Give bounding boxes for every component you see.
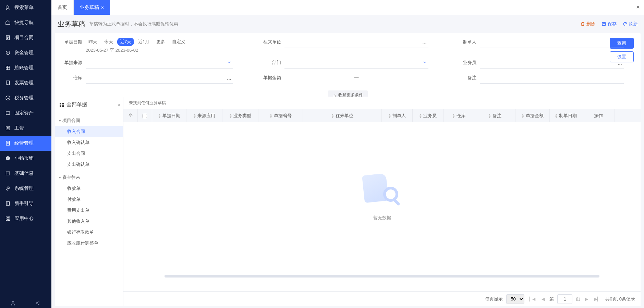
column-header[interactable]: ▲▼业务员: [413, 109, 443, 122]
column-header[interactable]: ▲▼制单日期: [550, 109, 582, 122]
category-item[interactable]: 应收应付调整单: [55, 238, 123, 249]
category-item[interactable]: 收入确认单: [55, 137, 123, 148]
dept-input[interactable]: [284, 58, 428, 69]
tab-close-all[interactable]: ×: [632, 0, 644, 15]
date-chip[interactable]: 昨天: [86, 38, 100, 46]
column-header[interactable]: 操作: [582, 109, 615, 122]
date-chip[interactable]: 更多: [154, 38, 168, 46]
sidebar-item-wage[interactable]: 工资: [0, 121, 51, 136]
sidebar-item-label: 税务管理: [14, 95, 34, 101]
column-header[interactable]: ▲▼来源应用: [186, 109, 222, 122]
column-header[interactable]: ▲▼备注: [474, 109, 515, 122]
refresh-button[interactable]: 刷新: [623, 21, 638, 27]
sidebar-item-business[interactable]: 经营管理: [0, 136, 51, 151]
sidebar-item-label: 经营管理: [14, 140, 34, 146]
per-page-select[interactable]: 50: [506, 294, 524, 304]
select-all-checkbox[interactable]: [138, 109, 152, 122]
sidebar-item-invoice[interactable]: 发票管理: [0, 75, 51, 90]
empty-text: 暂无数据: [123, 215, 641, 221]
horizontal-scrollbar[interactable]: [165, 275, 599, 278]
status-text: 未找到任何业务草稿: [123, 97, 641, 109]
category-item[interactable]: 收入合同: [55, 126, 123, 137]
collapse-left-icon[interactable]: «: [118, 101, 120, 107]
sort-icon[interactable]: ▲▼: [269, 113, 272, 119]
sidebar-item-tax[interactable]: 税务管理: [0, 90, 51, 106]
column-header[interactable]: ▲▼单据金额: [515, 109, 550, 122]
chevron-down-icon[interactable]: [227, 60, 232, 65]
sales-input[interactable]: [480, 58, 624, 69]
sort-icon[interactable]: ▲▼: [229, 113, 232, 119]
sidebar-item-fund[interactable]: 资金管理: [0, 45, 51, 60]
column-header[interactable]: ▲▼业务类型: [222, 109, 258, 122]
sidebar-item-label: 资金管理: [14, 50, 34, 56]
delete-button[interactable]: 删除: [580, 21, 595, 27]
sort-icon[interactable]: ▲▼: [555, 113, 558, 119]
sort-icon[interactable]: ▲▼: [331, 113, 334, 119]
sort-icon[interactable]: ▲▼: [419, 113, 422, 119]
date-chip[interactable]: 今天: [101, 38, 116, 46]
sidebar-item-contract[interactable]: 项目合同: [0, 30, 51, 45]
date-chip[interactable]: 近1月: [135, 38, 152, 46]
column-header[interactable]: ▲▼制单人: [382, 109, 413, 122]
page-last-button[interactable]: ▶▏: [593, 297, 602, 301]
category-item[interactable]: 支出合同: [55, 148, 123, 159]
svg-rect-17: [6, 219, 8, 220]
page-next-button[interactable]: ▶: [584, 297, 590, 301]
category-item[interactable]: 支出确认单: [55, 159, 123, 170]
category-item[interactable]: 付款单: [55, 194, 123, 205]
maker-input[interactable]: [480, 38, 624, 48]
sidebar-item-system[interactable]: 系统管理: [0, 181, 51, 196]
tab-home[interactable]: 首页: [51, 0, 74, 15]
all-bills-label[interactable]: 全部单据: [66, 101, 87, 108]
chevron-down-icon[interactable]: [618, 39, 622, 44]
column-header[interactable]: ▲▼往来单位: [303, 109, 382, 122]
sort-icon[interactable]: ▲▼: [388, 113, 391, 119]
sort-icon[interactable]: ▲▼: [158, 113, 161, 119]
sidebar-item-apps[interactable]: 应用中心: [0, 211, 51, 226]
more-icon[interactable]: …: [422, 40, 427, 45]
remark-input[interactable]: [480, 73, 624, 84]
person-icon[interactable]: [10, 300, 16, 306]
more-icon[interactable]: …: [227, 76, 232, 81]
partner-input[interactable]: [284, 38, 428, 48]
sidebar-item-ledger[interactable]: 总账管理: [0, 60, 51, 75]
date-chip[interactable]: 近7天: [117, 38, 134, 46]
search-icon: [5, 4, 11, 11]
sidebar-item-basic[interactable]: 基础信息: [0, 166, 51, 181]
save-button[interactable]: 保存: [602, 21, 617, 27]
column-header[interactable]: ▲▼仓库: [443, 109, 474, 122]
page-first-button[interactable]: ▏◀: [528, 297, 537, 301]
speaker-icon[interactable]: [36, 300, 41, 306]
category-item[interactable]: 银行存取款单: [55, 227, 123, 238]
sidebar-item-label: 新手引导: [14, 200, 34, 207]
sidebar-item-guide[interactable]: 新手引导: [0, 196, 51, 211]
sort-icon[interactable]: ▲▼: [488, 113, 491, 119]
column-header[interactable]: ▲▼单据日期: [152, 109, 186, 122]
sidebar-item-chang[interactable]: C小畅报销: [0, 151, 51, 166]
category-group[interactable]: ▾项目合同: [55, 115, 123, 126]
sidebar-item-label: 项目合同: [14, 35, 34, 41]
sort-icon[interactable]: ▲▼: [452, 113, 455, 119]
page-prev-button[interactable]: ◀: [540, 297, 546, 301]
date-chip[interactable]: 自定义: [169, 38, 188, 46]
sidebar-item-search[interactable]: 搜索菜单: [0, 0, 51, 15]
column-header[interactable]: ▲▼单据编号: [258, 109, 303, 122]
page-input[interactable]: [557, 294, 572, 304]
sidebar-item-asset[interactable]: 固定资产: [0, 106, 51, 121]
category-group[interactable]: ▾资金往来: [55, 172, 123, 183]
warehouse-input[interactable]: [86, 73, 233, 84]
category-item[interactable]: 其他收入单: [55, 216, 123, 227]
category-item[interactable]: 收款单: [55, 183, 123, 194]
tab-draft[interactable]: 业务草稿 ×: [74, 0, 110, 15]
close-icon[interactable]: ×: [101, 5, 104, 10]
column-settings-button[interactable]: [123, 109, 138, 122]
sidebar-item-home[interactable]: 快捷导航: [0, 15, 51, 30]
sort-icon[interactable]: ▲▼: [521, 113, 524, 119]
pagination: 每页显示 50 ▏◀ ◀ 第 页 ▶ ▶▏ 共0页, 0条记录: [123, 291, 641, 306]
category-item[interactable]: 费用支出单: [55, 205, 123, 216]
sort-icon[interactable]: ▲▼: [193, 113, 196, 119]
more-icon[interactable]: …: [618, 61, 622, 66]
chevron-down-icon[interactable]: [422, 60, 427, 65]
pagination-summary: 共0页, 0条记录: [605, 296, 635, 302]
source-input[interactable]: [86, 58, 233, 69]
